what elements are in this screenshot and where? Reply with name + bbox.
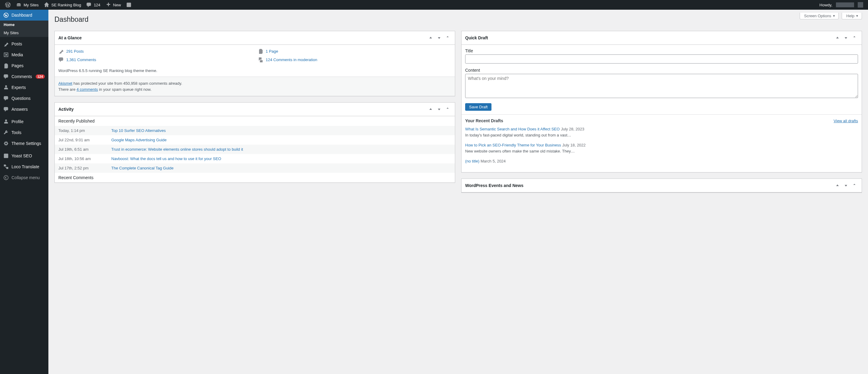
akismet-link[interactable]: Akismet bbox=[58, 81, 72, 86]
draft-content-textarea[interactable] bbox=[465, 74, 858, 98]
page-icon bbox=[3, 63, 9, 69]
menu-dashboard-label: Dashboard bbox=[11, 13, 32, 18]
menu-answers[interactable]: Answers bbox=[0, 104, 49, 115]
widget-header[interactable]: At a Glance bbox=[55, 31, 455, 45]
recent-comments-heading: Recent Comments bbox=[55, 173, 455, 182]
menu-comments[interactable]: Comments124 bbox=[0, 71, 49, 82]
adminbar-yoast[interactable] bbox=[123, 0, 134, 10]
adminbar-comments[interactable]: 124 bbox=[84, 0, 103, 10]
widget-title: Activity bbox=[58, 107, 74, 112]
adminbar-comments-count: 124 bbox=[94, 3, 100, 7]
screen-options-button[interactable]: Screen Options▼ bbox=[800, 13, 839, 19]
draft-title-link[interactable]: (no title) bbox=[465, 159, 479, 164]
events-news-widget: WordPress Events and News bbox=[461, 178, 862, 193]
menu-answers-label: Answers bbox=[11, 107, 28, 112]
adminbar-account[interactable]: Howdy, bbox=[817, 0, 866, 10]
menu-questions[interactable]: Questions bbox=[0, 93, 49, 104]
activity-title-link[interactable]: The Complete Canonical Tag Guide bbox=[111, 166, 174, 170]
submenu-my-sites[interactable]: My Sites bbox=[0, 29, 49, 37]
adminbar-my-sites-label: My Sites bbox=[24, 3, 39, 7]
help-button[interactable]: Help▼ bbox=[842, 13, 862, 19]
menu-questions-label: Questions bbox=[11, 96, 31, 101]
widget-header[interactable]: WordPress Events and News bbox=[462, 179, 862, 193]
glance-comments-link[interactable]: 1,361 Comments bbox=[66, 57, 96, 62]
wordpress-icon bbox=[5, 2, 11, 8]
menu-collapse[interactable]: Collapse menu bbox=[0, 172, 49, 183]
menu-pages[interactable]: Pages bbox=[0, 60, 49, 71]
admin-multisite-icon bbox=[16, 2, 22, 8]
menu-media-label: Media bbox=[11, 52, 23, 57]
adminbar-new-label: New bbox=[113, 3, 121, 7]
move-down-button[interactable] bbox=[842, 34, 849, 41]
glance-pages-link[interactable]: 1 Page bbox=[266, 49, 278, 54]
adminbar-site-name[interactable]: SE Ranking Blog bbox=[41, 0, 84, 10]
recently-published-heading: Recently Published bbox=[55, 116, 455, 126]
avatar bbox=[858, 2, 863, 7]
adminbar-howdy: Howdy, bbox=[819, 3, 832, 7]
chevron-down-icon: ▼ bbox=[856, 14, 859, 18]
gear-icon bbox=[3, 140, 9, 146]
draft-title-link[interactable]: What Is Semantic Search and How Does it … bbox=[465, 127, 560, 131]
spam-comments-link[interactable]: 4 comments bbox=[76, 87, 98, 92]
move-up-button[interactable] bbox=[834, 182, 841, 189]
move-up-button[interactable] bbox=[427, 106, 434, 113]
wp-logo[interactable] bbox=[2, 0, 13, 10]
menu-posts[interactable]: Posts bbox=[0, 38, 49, 49]
toggle-button[interactable] bbox=[851, 34, 858, 41]
adminbar-new[interactable]: New bbox=[103, 0, 123, 10]
activity-title-link[interactable]: Top 10 Surfer SEO Alternatives bbox=[111, 128, 166, 133]
menu-loco[interactable]: Loco Translate bbox=[0, 161, 49, 172]
move-down-button[interactable] bbox=[842, 182, 849, 189]
widget-title: At a Glance bbox=[58, 35, 82, 40]
draft-title-link[interactable]: How to Pick an SEO-Friendly Theme for Yo… bbox=[465, 143, 561, 147]
glance-posts-link[interactable]: 291 Posts bbox=[66, 49, 84, 54]
submenu-home[interactable]: Home bbox=[0, 21, 49, 29]
toggle-button[interactable] bbox=[851, 182, 858, 189]
activity-date: Today, 1:14 pm bbox=[58, 128, 111, 133]
activity-date: Jul 22nd, 9:01 am bbox=[58, 138, 111, 142]
comment-icon bbox=[3, 95, 9, 102]
page-icon bbox=[258, 49, 264, 54]
comments-icon bbox=[258, 57, 264, 62]
dashboard-submenu: Home My Sites bbox=[0, 21, 49, 37]
menu-dashboard[interactable]: Dashboard bbox=[0, 10, 49, 21]
user-icon bbox=[3, 119, 9, 125]
draft-item: How to Pick an SEO-Friendly Theme for Yo… bbox=[465, 142, 858, 154]
draft-date: July 18, 2022 bbox=[562, 143, 586, 147]
menu-yoast-label: Yoast SEO bbox=[11, 153, 32, 158]
collapse-icon bbox=[3, 175, 9, 181]
widget-header[interactable]: Activity bbox=[55, 103, 455, 116]
content-label: Content bbox=[465, 68, 858, 73]
draft-title-input[interactable] bbox=[465, 55, 858, 63]
move-down-button[interactable] bbox=[435, 106, 443, 113]
activity-title-link[interactable]: Google Maps Advertising Guide bbox=[111, 138, 167, 142]
move-up-button[interactable] bbox=[427, 34, 434, 41]
toggle-button[interactable] bbox=[444, 106, 451, 113]
menu-yoast[interactable]: Yoast SEO bbox=[0, 150, 49, 161]
adminbar-site-name-label: SE Ranking Blog bbox=[52, 3, 81, 7]
move-up-button[interactable] bbox=[834, 34, 841, 41]
menu-tools[interactable]: Tools bbox=[0, 127, 49, 138]
menu-profile[interactable]: Profile bbox=[0, 116, 49, 127]
comment-icon bbox=[58, 57, 64, 62]
widget-title: Quick Draft bbox=[465, 35, 488, 40]
activity-title-link[interactable]: Trust in ecommerce: Website elements onl… bbox=[111, 147, 243, 152]
toggle-button[interactable] bbox=[444, 34, 451, 41]
wp-version-text: WordPress 6.5.5 running SE Ranking blog … bbox=[58, 66, 451, 73]
pin-icon bbox=[58, 49, 64, 54]
glance-moderation-link[interactable]: 124 Comments in moderation bbox=[266, 57, 317, 62]
adminbar-my-sites[interactable]: My Sites bbox=[13, 0, 41, 10]
save-draft-button[interactable]: Save Draft bbox=[465, 103, 492, 111]
move-down-button[interactable] bbox=[435, 34, 443, 41]
menu-theme-settings[interactable]: Theme Settings bbox=[0, 138, 49, 149]
svg-point-0 bbox=[4, 175, 8, 180]
comments-badge: 124 bbox=[36, 75, 45, 79]
menu-loco-label: Loco Translate bbox=[11, 164, 39, 169]
menu-media[interactable]: Media bbox=[0, 49, 49, 60]
menu-experts[interactable]: Experts bbox=[0, 82, 49, 93]
media-icon bbox=[3, 52, 9, 58]
widget-header[interactable]: Quick Draft bbox=[462, 31, 862, 45]
view-all-drafts-link[interactable]: View all drafts bbox=[834, 119, 858, 123]
username-redacted bbox=[836, 2, 854, 7]
activity-title-link[interactable]: Navboost: What the docs tell us and how … bbox=[111, 156, 221, 161]
